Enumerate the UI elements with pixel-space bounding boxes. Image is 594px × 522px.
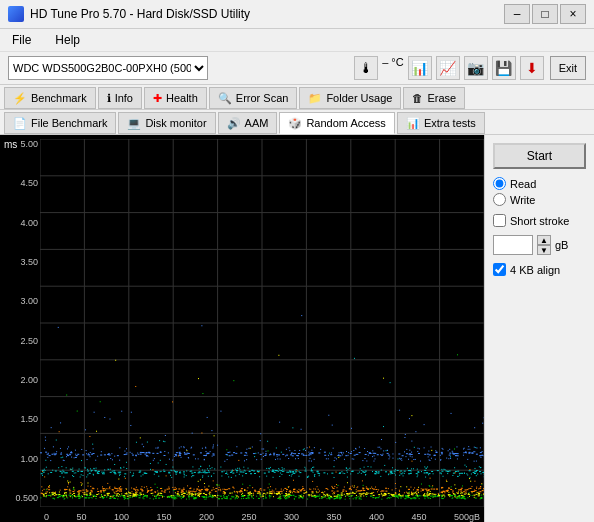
tab-benchmark[interactable]: ⚡ Benchmark xyxy=(4,87,96,109)
short-stroke-checkbox[interactable] xyxy=(493,214,506,227)
write-radio-label[interactable]: Write xyxy=(493,193,586,206)
minimize-button[interactable]: – xyxy=(504,4,530,24)
tab-health[interactable]: ✚ Health xyxy=(144,87,207,109)
spin-up-button[interactable]: ▲ xyxy=(537,235,551,245)
right-panel: Start Read Write Short stroke 40 ▲ ▼ xyxy=(484,135,594,522)
icon3[interactable]: 📷 xyxy=(464,56,488,80)
read-write-group: Read Write xyxy=(493,177,586,206)
app-icon xyxy=(8,6,24,22)
tab-aam[interactable]: 🔊 AAM xyxy=(218,112,278,134)
window-controls: – □ × xyxy=(504,4,586,24)
tab-random-access[interactable]: 🎲 Random Access xyxy=(279,112,394,134)
erase-icon: 🗑 xyxy=(412,92,423,104)
main-area: ms 5.00 4.50 4.00 3.50 3.00 2.50 2.00 1.… xyxy=(0,135,594,522)
exit-button[interactable]: Exit xyxy=(550,56,586,80)
tab-error-scan[interactable]: 🔍 Error Scan xyxy=(209,87,298,109)
disk-selector[interactable]: WDC WDS500G2B0C-00PXH0 (500 gB) xyxy=(8,56,208,80)
extra-tests-icon: 📊 xyxy=(406,117,420,130)
window-title: HD Tune Pro 5.70 - Hard Disk/SSD Utility xyxy=(30,7,250,21)
short-stroke-label[interactable]: Short stroke xyxy=(493,214,586,227)
close-button[interactable]: × xyxy=(560,4,586,24)
file-benchmark-icon: 📄 xyxy=(13,117,27,130)
spin-input[interactable]: 40 xyxy=(493,235,533,255)
options-group: Short stroke xyxy=(493,214,586,227)
chart-canvas-area xyxy=(40,139,484,507)
aam-icon: 🔊 xyxy=(227,117,241,130)
start-button[interactable]: Start xyxy=(493,143,586,169)
info-icon: ℹ xyxy=(107,92,111,105)
y-axis: 5.00 4.50 4.00 3.50 3.00 2.50 2.00 1.50 … xyxy=(0,135,40,507)
benchmark-icon: ⚡ xyxy=(13,92,27,105)
align-label[interactable]: 4 KB align xyxy=(493,263,586,276)
read-radio[interactable] xyxy=(493,177,506,190)
thermometer-icon: 🌡 xyxy=(354,56,378,80)
tab-erase[interactable]: 🗑 Erase xyxy=(403,87,465,109)
gb-label: gB xyxy=(555,239,568,251)
tab-extra-tests[interactable]: 📊 Extra tests xyxy=(397,112,485,134)
icon4[interactable]: 💾 xyxy=(492,56,516,80)
read-radio-label[interactable]: Read xyxy=(493,177,586,190)
folder-icon: 📁 xyxy=(308,92,322,105)
title-bar: HD Tune Pro 5.70 - Hard Disk/SSD Utility… xyxy=(0,0,594,29)
icon2[interactable]: 📈 xyxy=(436,56,460,80)
write-radio[interactable] xyxy=(493,193,506,206)
spin-controls: ▲ ▼ xyxy=(537,235,551,255)
menu-bar: File Help xyxy=(0,29,594,52)
icon5[interactable]: ⬇ xyxy=(520,56,544,80)
maximize-button[interactable]: □ xyxy=(532,4,558,24)
toolbar: WDC WDS500G2B0C-00PXH0 (500 gB) 🌡 – °C 📊… xyxy=(0,52,594,85)
tab-file-benchmark[interactable]: 📄 File Benchmark xyxy=(4,112,116,134)
tabs-row1: ⚡ Benchmark ℹ Info ✚ Health 🔍 Error Scan… xyxy=(0,85,594,110)
random-access-icon: 🎲 xyxy=(288,117,302,130)
tabs-row2: 📄 File Benchmark 💻 Disk monitor 🔊 AAM 🎲 … xyxy=(0,110,594,135)
health-icon: ✚ xyxy=(153,92,162,105)
tab-info[interactable]: ℹ Info xyxy=(98,87,142,109)
chart-section: ms 5.00 4.50 4.00 3.50 3.00 2.50 2.00 1.… xyxy=(0,135,484,522)
align-checkbox[interactable] xyxy=(493,263,506,276)
x-axis: 0 50 100 150 200 250 300 350 400 450 500… xyxy=(40,507,484,522)
spin-down-button[interactable]: ▼ xyxy=(537,245,551,255)
temperature-display: – °C xyxy=(382,56,404,80)
tab-folder-usage[interactable]: 📁 Folder Usage xyxy=(299,87,401,109)
chart-canvas xyxy=(40,139,484,507)
disk-monitor-icon: 💻 xyxy=(127,117,141,130)
error-scan-icon: 🔍 xyxy=(218,92,232,105)
spin-group: 40 ▲ ▼ gB xyxy=(493,235,586,255)
tab-disk-monitor[interactable]: 💻 Disk monitor xyxy=(118,112,215,134)
icon1[interactable]: 📊 xyxy=(408,56,432,80)
menu-help[interactable]: Help xyxy=(51,31,84,49)
menu-file[interactable]: File xyxy=(8,31,35,49)
